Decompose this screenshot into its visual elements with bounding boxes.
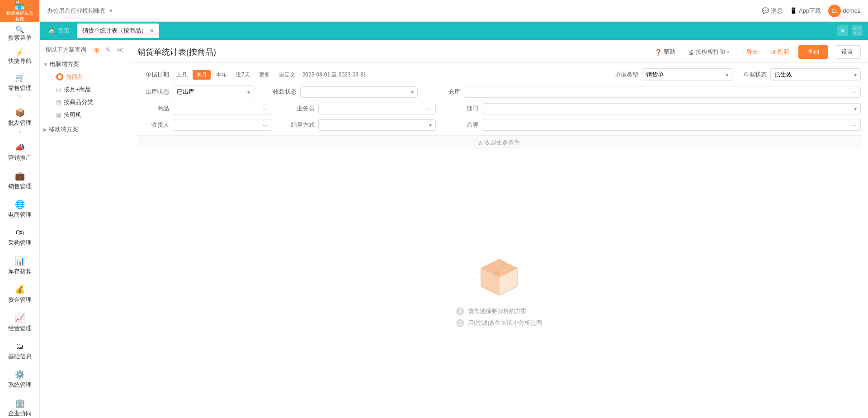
doc-type-chevron <box>726 71 728 78</box>
salesman-dots[interactable]: ··· <box>426 105 432 112</box>
sidebar-search[interactable]: 🔍 搜索菜单 <box>0 22 39 46</box>
storage-select[interactable]: ··· <box>464 86 861 98</box>
panel-header-label: 按以下方案查询 <box>45 46 86 54</box>
receiver-dots[interactable]: ··· <box>263 121 268 128</box>
filter-area: 单据日期 上月 本月 本年 近7天 更多 自定义 2023-03-01 至 20… <box>130 63 868 155</box>
sidebar-item-base[interactable]: 🗂 基础信息 <box>0 337 39 365</box>
logo-text: 畅捷通好生意 <box>6 10 33 16</box>
salesman-label: 业务员 <box>283 104 315 113</box>
warehouse-label: 出库状态 <box>137 88 169 96</box>
ecom-icon: 🌐 <box>15 200 25 209</box>
scheme-by-goods-cat[interactable]: ▤ 按商品分类 <box>47 96 130 109</box>
app-download-btn[interactable]: 📱 App下载 <box>790 7 821 15</box>
date-label: 单据日期 <box>137 71 169 79</box>
inventory-icon: 📊 <box>15 256 25 266</box>
goods-dots[interactable]: ··· <box>263 105 268 112</box>
industry-dropdown-icon[interactable]: ▾ <box>109 7 113 14</box>
user-avatar-btn[interactable]: Ea demo2 <box>828 5 861 17</box>
logo-icon: 🏪 <box>14 0 25 10</box>
sidebar-item-marketing[interactable]: 📣 营销推广 <box>0 138 39 166</box>
warehouse-select[interactable]: 已出库 <box>173 86 254 98</box>
ops-icon: 📈 <box>15 313 25 323</box>
goods-select[interactable]: ··· <box>173 103 272 114</box>
messages-btn[interactable]: 💬 消息 <box>762 7 783 15</box>
help-btn[interactable]: ❓ 帮助 <box>651 46 679 58</box>
dept-label: 部门 <box>447 104 478 113</box>
base-icon: 🗂 <box>16 342 24 351</box>
sidebar-item-ecom[interactable]: 🌐 电商管理 <box>0 195 39 223</box>
empty-tip-1: 1 请先选择要分析的方案 <box>456 307 542 315</box>
doc-status-value: 已生效 <box>774 71 792 79</box>
query-btn[interactable]: 查询 <box>798 45 828 59</box>
sidebar-item-retail[interactable]: 🛒 零售管理 ▾ <box>0 68 39 103</box>
brand-select[interactable]: ··· <box>482 119 861 131</box>
tabbar-close-btn[interactable]: ✕ <box>837 25 848 36</box>
storage-dots[interactable]: ··· <box>851 88 857 95</box>
date-pill-7days[interactable]: 近7天 <box>232 70 254 80</box>
salesman-select[interactable]: ··· <box>318 103 436 114</box>
date-pill-this-year[interactable]: 本年 <box>212 70 231 80</box>
collapse-panel-icon[interactable]: ≪ <box>115 45 124 54</box>
sidebar-item-ops[interactable]: 📈 经营管理 <box>0 309 39 337</box>
sidebar-item-enterprise[interactable]: 🏢 企业协同 <box>0 394 39 418</box>
system-icon: ⚙️ <box>15 370 25 380</box>
brand-dots[interactable]: ··· <box>851 121 857 128</box>
sidebar-item-purchase[interactable]: 🛍 采购管理 <box>0 223 39 252</box>
sidebar-item-sales[interactable]: 💼 销售管理 <box>0 166 39 195</box>
scheme-by-machine[interactable]: ▤ 按司机 <box>47 109 130 121</box>
tab-home[interactable]: 🏠 首页 <box>42 24 75 38</box>
collapse-filter-btn[interactable]: ∧ 收起更多条件 <box>137 135 861 149</box>
print-dropdown-icon: ▾ <box>727 50 729 55</box>
tab-close-icon[interactable]: ✕ <box>150 28 154 34</box>
page-header: 销货单统计表(按商品) ❓ 帮助 🖨 按模板打印 ▾ ↑ 导出 <box>130 40 868 63</box>
print-btn[interactable]: 🖨 按模板打印 ▾ <box>684 46 733 58</box>
logo-sub: 标账 <box>15 16 24 22</box>
left-panel: 按以下方案查询 ⊕ ✎ ≪ ▼ 电脑端方案 按商品 <box>40 40 130 418</box>
panel-icons: ⊕ ✎ ≪ <box>92 45 124 54</box>
empty-tips: 1 请先选择要分析的方案 2 用[过滤]条件来缩小分析范围 <box>456 307 542 327</box>
topbar: 办公用品行业模拟账套 ▾ 💬 消息 📱 App下载 Ea demo2 <box>40 0 868 22</box>
industry-label: 办公用品行业模拟账套 <box>47 7 106 15</box>
date-range-display: 2023-03-01 至 2023-03-31 <box>302 71 366 79</box>
date-pill-last-month[interactable]: 上月 <box>173 70 191 80</box>
settlement-chevron <box>429 122 432 128</box>
tree-expand-mobile-icon: ▶ <box>43 127 47 132</box>
date-pill-this-month[interactable]: 本月 <box>193 70 211 80</box>
add-scheme-icon[interactable]: ⊕ <box>92 45 101 54</box>
topbar-left: 办公用品行业模拟账套 ▾ <box>47 7 113 15</box>
sidebar: 🏪 畅捷通好生意 标账 🔍 搜索菜单 ⚡ 快捷导航 🛒 零售管理 ▾ 📦 批发管… <box>0 0 40 418</box>
tree-group-pc[interactable]: ▼ 电脑端方案 <box>40 58 130 71</box>
filter-row-3: 商品 ··· 业务员 ··· 部门 <box>137 103 861 114</box>
doc-status-label: 单据状态 <box>740 71 767 79</box>
edit-scheme-icon[interactable]: ✎ <box>104 45 113 54</box>
receiver-label: 收货人 <box>137 121 169 129</box>
receiver-select[interactable]: ··· <box>173 119 272 131</box>
sidebar-item-system[interactable]: ⚙️ 系统管理 <box>0 365 39 394</box>
dept-select[interactable] <box>482 103 861 114</box>
sidebar-item-wholesale[interactable]: 📦 批发管理 ▴ <box>0 103 39 138</box>
tabbar-expand-btn[interactable]: ⛶ <box>852 25 863 36</box>
settlement-select[interactable] <box>318 119 436 131</box>
doc-type-select[interactable]: 销货单 <box>642 68 732 81</box>
refresh-btn[interactable]: ↺ 刷新 <box>767 46 793 58</box>
doc-status-select[interactable]: 已生效 <box>770 68 861 81</box>
enterprise-icon: 🏢 <box>15 398 25 408</box>
page-actions: ❓ 帮助 🖨 按模板打印 ▾ ↑ 导出 ↺ 刷新 <box>651 45 861 59</box>
main-area: 办公用品行业模拟账套 ▾ 💬 消息 📱 App下载 Ea demo2 🏠 首页 <box>40 0 868 418</box>
date-pill-more[interactable]: 更多 <box>255 70 274 80</box>
scheme-by-goods[interactable]: 按商品 <box>47 71 130 83</box>
sidebar-item-inventory[interactable]: 📊 库存核算 <box>0 252 39 280</box>
empty-svg: ⊕ <box>472 246 526 300</box>
collection-select[interactable] <box>300 86 418 98</box>
home-icon: 🏠 <box>48 28 55 34</box>
sidebar-quicknav[interactable]: ⚡ 快捷导航 <box>0 46 39 68</box>
date-pill-custom[interactable]: 自定义 <box>275 70 299 80</box>
settings-btn[interactable]: 设置 <box>834 45 861 59</box>
scheme-by-month-goods[interactable]: ▤ 按月+商品 <box>47 83 130 96</box>
app-logo[interactable]: 🏪 畅捷通好生意 标账 <box>0 0 39 22</box>
sidebar-item-finance[interactable]: 💰 资金管理 <box>0 280 39 309</box>
dept-chevron <box>854 105 857 112</box>
tree-group-mobile[interactable]: ▶ 移动端方案 <box>40 123 130 136</box>
export-btn[interactable]: ↑ 导出 <box>738 46 762 58</box>
tab-report[interactable]: 销货单统计表（按商品） ✕ <box>77 24 159 38</box>
